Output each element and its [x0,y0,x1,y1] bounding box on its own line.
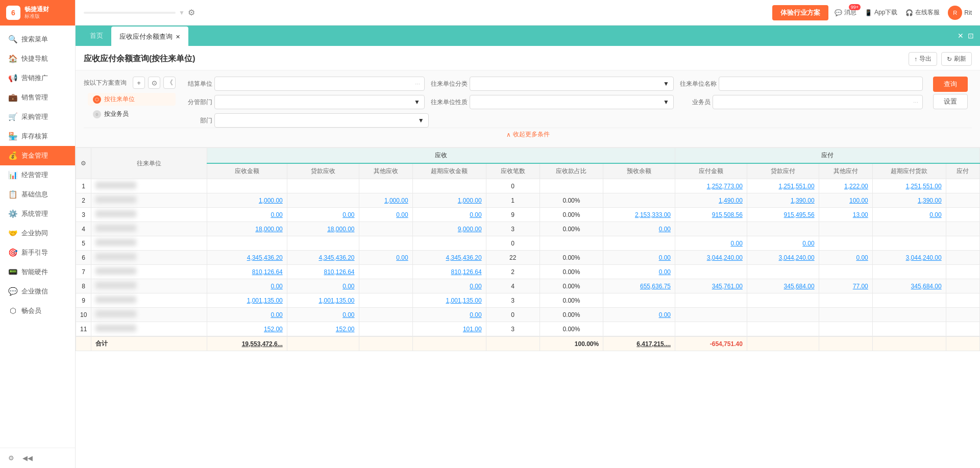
sidebar-item-search-menu[interactable]: 🔍 搜索菜单 [0,30,75,49]
row-ar-overdue[interactable]: 0.00 [412,308,486,322]
row-ar-overdue[interactable]: 1,001,135.00 [412,293,486,308]
row-ar-amount[interactable]: 0.00 [207,208,287,222]
row-ar-overdue[interactable]: 0.00 [412,279,486,293]
row-ar-amount[interactable]: 0.00 [207,308,287,322]
setting-button[interactable]: 设置 [933,94,968,109]
sidebar-item-sales[interactable]: 💼 销售管理 [0,88,75,107]
row-ar-prepaid[interactable]: 0.00 [603,251,675,265]
row-ar-loan[interactable]: 0.00 [287,208,359,222]
export-button[interactable]: ↑ 导出 [909,52,937,66]
row-ar-loan[interactable]: 810,126.64 [287,265,359,279]
collapse-more-btn[interactable]: ∧ 收起更多条件 [84,128,972,141]
row-ap-loan[interactable]: 345,684.00 [747,279,819,293]
row-ar-prepaid[interactable]: 0.00 [603,222,675,236]
row-ar-other[interactable]: 1,000.00 [359,193,412,208]
tab-close-icon[interactable]: ✕ [176,34,180,40]
online-service-btn[interactable]: 🎧 在线客服 [905,8,940,17]
close-window-icon[interactable]: ✕ [958,32,964,40]
dept-input[interactable]: ▼ [214,95,425,109]
query-button[interactable]: 查询 [933,77,968,92]
row-ap-other[interactable]: 1,222.00 [819,179,872,193]
row-ar-loan[interactable]: 18,000.00 [287,222,359,236]
messages-btn[interactable]: 💬 消息 99+ [835,8,856,17]
row-ap-amount[interactable]: 0.00 [675,236,747,251]
unit-name-input[interactable] [719,77,923,91]
promo-button[interactable]: 体验行业方案 [772,5,828,20]
row-ap-other[interactable]: 100.00 [819,193,872,208]
unit-nature-input[interactable]: ▼ [470,95,674,109]
row-ap-loan[interactable]: 3,044,240.00 [747,251,819,265]
row-ap-loan[interactable]: 1,251,551.00 [747,179,819,193]
copy-scheme-btn[interactable]: ⊙ [148,77,160,89]
row-ap-other[interactable]: 13.00 [819,208,872,222]
collapse-sidebar-btn[interactable]: ◀◀ [22,454,33,462]
row-ar-prepaid[interactable]: 0.00 [603,308,675,322]
sidebar-item-hardware[interactable]: 📟 智能硬件 [0,262,75,282]
sidebar-item-system[interactable]: ⚙️ 系统管理 [0,204,75,224]
row-ap-overdue[interactable]: 345,684.00 [872,279,946,293]
row-ar-amount[interactable]: 4,345,436.20 [207,251,287,265]
row-ar-overdue[interactable]: 1,000.00 [412,193,486,208]
table-area[interactable]: ⚙ 往来单位 应收 应付 应收金额 贷款应收 其他应收 超期应收金额 应收笔数 … [76,147,980,468]
row-ar-overdue[interactable]: 810,126.64 [412,265,486,279]
row-ap-loan[interactable]: 0.00 [747,236,819,251]
unit-category-input[interactable]: ▼ [470,77,674,91]
row-ap-other[interactable]: 77.00 [819,279,872,293]
row-ar-other[interactable]: 0.00 [359,208,412,222]
user-avatar[interactable]: R Rit [948,6,972,20]
sidebar-item-inventory[interactable]: 🏪 库存核算 [0,127,75,146]
row-ar-prepaid[interactable]: 2,153,333.00 [603,208,675,222]
row-ar-amount[interactable]: 1,001,135.00 [207,293,287,308]
collapse-scheme-btn[interactable]: 《 [163,77,176,89]
row-ap-overdue[interactable]: 1,390.00 [872,193,946,208]
filter-option-by-staff[interactable]: ○ 按业务员 [88,108,176,120]
sidebar-item-basic-info[interactable]: 📋 基础信息 [0,185,75,204]
row-ap-overdue[interactable]: 1,251,551.00 [872,179,946,193]
sidebar-item-wechat[interactable]: 💬 企业微信 [0,282,75,301]
settings-bottom-btn[interactable]: ⚙ [8,454,14,462]
tab-ar-ap[interactable]: 应收应付余额查询 ✕ [111,27,188,47]
sidebar-item-operations[interactable]: 📊 经营管理 [0,165,75,185]
row-ap-amount[interactable]: 915,508.56 [675,208,747,222]
sidebar-item-finance[interactable]: 💰 资金管理 [0,146,75,165]
table-settings-header[interactable]: ⚙ [76,148,91,179]
row-ap-overdue[interactable]: 3,044,240.00 [872,251,946,265]
row-ar-amount[interactable]: 18,000.00 [207,222,287,236]
row-ar-overdue[interactable]: 101.00 [412,322,486,337]
row-ap-loan[interactable]: 1,390.00 [747,193,819,208]
tab-home[interactable]: 首页 [82,26,111,46]
row-ar-loan[interactable]: 0.00 [287,308,359,322]
sidebar-item-guide[interactable]: 🎯 新手引导 [0,243,75,262]
row-ar-amount[interactable]: 0.00 [207,279,287,293]
row-ar-loan[interactable]: 4,345,436.20 [287,251,359,265]
row-ar-amount[interactable]: 1,000.00 [207,193,287,208]
row-ar-overdue[interactable]: 0.00 [412,208,486,222]
row-ap-amount[interactable]: 345,761.00 [675,279,747,293]
row-ar-prepaid[interactable]: 0.00 [603,265,675,279]
salesman-input[interactable]: ··· [713,95,923,109]
sidebar-item-marketing[interactable]: 📢 营销推广 [0,68,75,88]
row-ap-amount[interactable]: 1,490.00 [675,193,747,208]
row-ar-loan[interactable]: 1,001,135.00 [287,293,359,308]
sidebar-item-member[interactable]: ⬡ 畅会员 [0,301,75,321]
row-ap-amount[interactable]: 1,252,773.00 [675,179,747,193]
row-ar-prepaid[interactable]: 655,636.75 [603,279,675,293]
footer-ar-prepaid[interactable]: 6,417,215.... [603,336,675,351]
row-ap-other[interactable]: 0.00 [819,251,872,265]
department-input[interactable]: ▼ [214,113,429,128]
app-download-btn[interactable]: 📱 App下载 [865,8,897,17]
expand-icon[interactable]: ⊡ [968,32,974,40]
row-ar-loan[interactable]: 152.00 [287,322,359,337]
row-ar-loan[interactable]: 0.00 [287,279,359,293]
row-ar-overdue[interactable]: 4,345,436.20 [412,251,486,265]
filter-option-by-unit[interactable]: ⬡ 按往来单位 [88,93,176,106]
row-ar-overdue[interactable]: 9,000.00 [412,222,486,236]
row-ap-loan[interactable]: 915,495.56 [747,208,819,222]
row-ar-other[interactable]: 0.00 [359,251,412,265]
sidebar-item-quick-nav[interactable]: 🏠 快捷导航 [0,49,75,68]
sidebar-item-enterprise[interactable]: 🤝 企业协同 [0,224,75,243]
row-ap-overdue[interactable]: 0.00 [872,208,946,222]
row-ap-amount[interactable]: 3,044,240.00 [675,251,747,265]
sidebar-item-purchase[interactable]: 🛒 采购管理 [0,107,75,127]
settlement-unit-input[interactable]: ··· [214,77,425,91]
